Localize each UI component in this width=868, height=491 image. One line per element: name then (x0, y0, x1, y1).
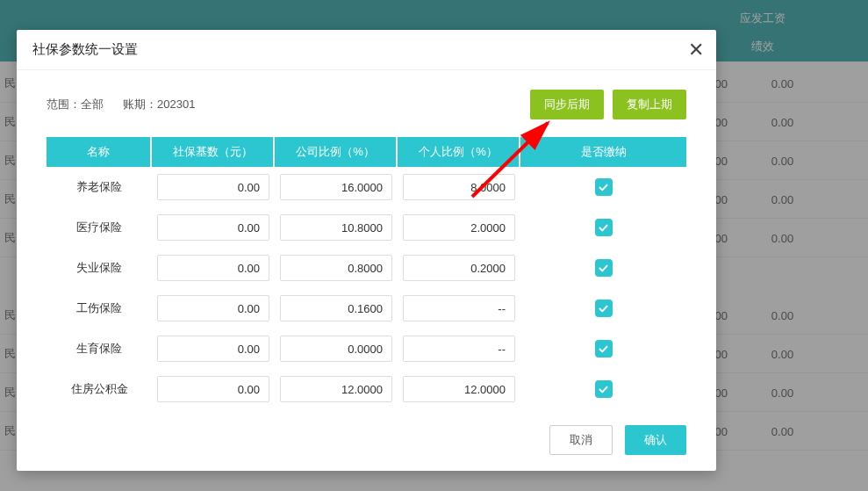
row-name: 医疗保险 (47, 207, 152, 248)
row-name: 失业保险 (47, 248, 152, 288)
col-personal: 个人比例（%） (398, 137, 520, 167)
personal-ratio-input[interactable] (403, 376, 515, 402)
pay-checkbox[interactable] (595, 219, 613, 236)
col-company: 公司比例（%） (275, 137, 398, 167)
scope-label: 范围：全部 (47, 97, 104, 112)
pay-checkbox[interactable] (595, 340, 613, 357)
personal-ratio-input[interactable] (403, 174, 515, 200)
confirm-button[interactable]: 确认 (625, 425, 686, 455)
col-pay: 是否缴纳 (520, 137, 686, 167)
personal-ratio-input[interactable] (403, 295, 515, 321)
modal-body: 范围：全部 账期：202301 同步后期 复制上期 名称 社保基数（元） 公司比… (17, 70, 716, 409)
info-row: 范围：全部 账期：202301 同步后期 复制上期 (47, 90, 686, 119)
modal-title: 社保参数统一设置 (32, 41, 138, 58)
copy-previous-button[interactable]: 复制上期 (613, 90, 686, 119)
base-input[interactable] (157, 214, 269, 241)
row-name: 养老保险 (47, 167, 152, 207)
col-name: 名称 (47, 137, 152, 167)
table-row: 失业保险 (47, 248, 686, 288)
modal-footer: 取消 确认 (17, 409, 716, 455)
table-row: 养老保险 (47, 167, 686, 207)
base-input[interactable] (157, 295, 269, 321)
company-ratio-input[interactable] (280, 336, 392, 362)
social-insurance-settings-modal: 社保参数统一设置 ✕ 范围：全部 账期：202301 同步后期 复制上期 名称 … (17, 30, 716, 471)
personal-ratio-input[interactable] (403, 214, 515, 241)
col-base: 社保基数（元） (152, 137, 275, 167)
base-input[interactable] (157, 376, 269, 402)
table-row: 医疗保险 (47, 207, 686, 248)
table-row: 住房公积金 (47, 369, 686, 409)
table-row: 工伤保险 (47, 288, 686, 329)
company-ratio-input[interactable] (280, 295, 392, 321)
personal-ratio-input[interactable] (403, 255, 515, 281)
company-ratio-input[interactable] (280, 376, 392, 402)
company-ratio-input[interactable] (280, 255, 392, 281)
pay-checkbox[interactable] (595, 178, 613, 196)
period-label: 账期：202301 (123, 97, 195, 112)
row-name: 工伤保险 (47, 288, 152, 329)
base-input[interactable] (157, 336, 269, 362)
row-name: 生育保险 (47, 329, 152, 369)
personal-ratio-input[interactable] (403, 336, 515, 362)
row-name: 住房公积金 (47, 369, 152, 409)
pay-checkbox[interactable] (595, 300, 613, 317)
pay-checkbox[interactable] (595, 380, 613, 398)
params-table: 名称 社保基数（元） 公司比例（%） 个人比例（%） 是否缴纳 养老保险医疗保险… (47, 137, 686, 409)
modal-header: 社保参数统一设置 ✕ (17, 30, 716, 70)
base-input[interactable] (157, 255, 269, 281)
cancel-button[interactable]: 取消 (549, 425, 613, 455)
base-input[interactable] (157, 174, 269, 200)
pay-checkbox[interactable] (595, 259, 613, 277)
company-ratio-input[interactable] (280, 174, 392, 200)
table-row: 生育保险 (47, 329, 686, 369)
close-icon[interactable]: ✕ (688, 40, 704, 60)
sync-later-button[interactable]: 同步后期 (530, 90, 604, 119)
company-ratio-input[interactable] (280, 214, 392, 241)
